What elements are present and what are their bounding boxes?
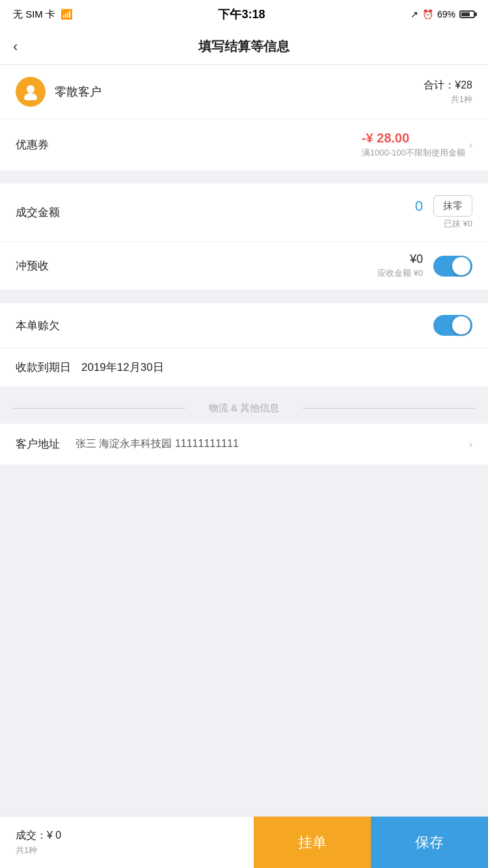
- due-date-label: 收款到期日: [16, 360, 71, 375]
- address-label: 客户地址: [16, 437, 68, 452]
- customer-section: 零散客户 合计：¥28 共1种 优惠券 -¥ 28.00 满1000-100不限…: [0, 65, 488, 170]
- bottom-summary: 成交：¥ 0 共1种: [0, 817, 254, 868]
- status-time: 下午3:18: [218, 7, 265, 22]
- debt-label: 本单赊欠: [16, 318, 60, 333]
- total-amount: 合计：¥28: [424, 79, 472, 92]
- svg-point-0: [27, 85, 34, 93]
- status-left: 无 SIM 卡 📶: [13, 8, 73, 21]
- debt-section: 本单赊欠 收款到期日 2019年12月30日: [0, 303, 488, 387]
- pending-button[interactable]: 挂单: [254, 817, 371, 868]
- deal-amount-row: 成交金额 抹零 已抹 ¥0: [0, 183, 488, 242]
- deal-amount-input[interactable]: [371, 198, 423, 215]
- coupon-row[interactable]: 优惠券 -¥ 28.00 满1000-100不限制使用金额 ›: [0, 118, 488, 170]
- charge-advance-label: 冲预收: [16, 258, 49, 273]
- due-date-value: 2019年12月30日: [81, 360, 164, 375]
- bottom-bar: 成交：¥ 0 共1种 挂单 保存: [0, 816, 488, 868]
- customer-total: 合计：¥28 共1种: [424, 79, 472, 105]
- battery-icon: [459, 10, 475, 18]
- debt-toggle[interactable]: [433, 315, 472, 336]
- charge-advance-row: 冲预收 ¥0 应收金额 ¥0: [0, 242, 488, 290]
- logistics-section-header: 物流 & 其他信息: [0, 393, 488, 424]
- divider-1: [0, 177, 488, 183]
- alarm-icon: ⏰: [422, 9, 433, 20]
- logistics-header-text: 物流 & 其他信息: [209, 402, 279, 414]
- status-right: ↗ ⏰ 69%: [411, 9, 475, 20]
- back-button[interactable]: ‹: [13, 38, 18, 55]
- battery-text: 69%: [437, 9, 455, 20]
- address-section: 客户地址 张三 海淀永丰科技园 11111111111 ›: [0, 424, 488, 465]
- chevron-right-icon: ›: [469, 139, 472, 151]
- svg-point-1: [24, 93, 37, 100]
- charge-amounts: ¥0 应收金额 ¥0: [377, 252, 423, 279]
- charge-advance-toggle[interactable]: [433, 256, 472, 277]
- coupon-amount: -¥ 28.00: [362, 131, 465, 146]
- save-button[interactable]: 保存: [371, 817, 488, 868]
- deal-amount-label: 成交金额: [16, 205, 60, 220]
- divider-2: [0, 297, 488, 303]
- location-icon: ↗: [411, 9, 418, 20]
- customer-info: 零散客户: [16, 77, 102, 107]
- bottom-deal-text: 成交：¥ 0: [16, 829, 238, 843]
- nav-bar: ‹ 填写结算等信息: [0, 29, 488, 65]
- wifi-icon: 📶: [61, 8, 73, 20]
- coupon-right: -¥ 28.00 满1000-100不限制使用金额 ›: [362, 131, 472, 159]
- charge-main-amount: ¥0: [377, 252, 423, 266]
- charge-advance-right: ¥0 应收金额 ¥0: [377, 252, 472, 279]
- total-count: 共1种: [424, 94, 472, 105]
- carrier-text: 无 SIM 卡: [13, 8, 55, 21]
- due-date-row: 收款到期日 2019年12月30日: [0, 348, 488, 387]
- deal-amount-right: 抹零: [371, 195, 472, 217]
- customer-name: 零散客户: [55, 84, 102, 100]
- already-zeroed-text: 已抹 ¥0: [444, 218, 472, 230]
- address-row[interactable]: 客户地址 张三 海淀永丰科技园 11111111111 ›: [0, 424, 488, 465]
- charge-sub-amount: 应收金额 ¥0: [377, 267, 423, 279]
- status-bar: 无 SIM 卡 📶 下午3:18 ↗ ⏰ 69%: [0, 0, 488, 29]
- avatar: [16, 77, 46, 107]
- bottom-count-text: 共1种: [16, 845, 238, 856]
- address-chevron-icon: ›: [469, 439, 472, 450]
- round-zero-button[interactable]: 抹零: [433, 195, 472, 217]
- customer-row: 零散客户 合计：¥28 共1种: [0, 65, 488, 118]
- debt-row: 本单赊欠: [0, 303, 488, 347]
- header-line-left: [13, 408, 185, 409]
- header-line-right: [303, 408, 475, 409]
- page-title: 填写结算等信息: [198, 38, 290, 55]
- coupon-desc: 满1000-100不限制使用金额: [362, 147, 465, 159]
- address-value: 张三 海淀永丰科技园 11111111111: [75, 437, 461, 451]
- deal-section: 成交金额 抹零 已抹 ¥0 冲预收 ¥0 应收金额 ¥0: [0, 183, 488, 290]
- coupon-label: 优惠券: [16, 137, 49, 152]
